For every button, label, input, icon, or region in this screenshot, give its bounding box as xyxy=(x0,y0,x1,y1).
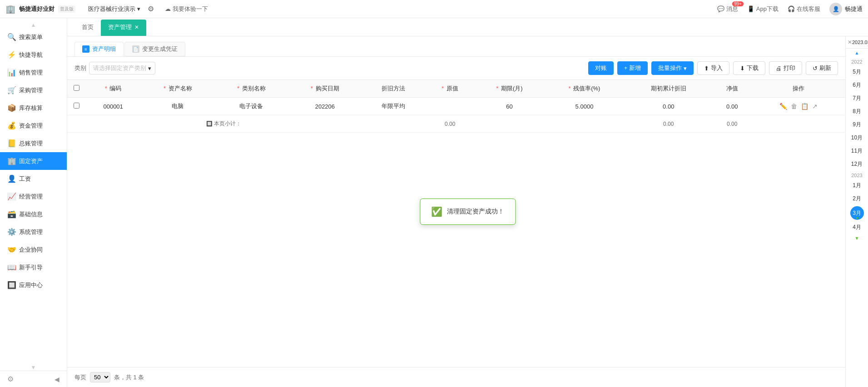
search-icon: 🔍 xyxy=(7,33,15,41)
sidebar-scroll-down[interactable]: ▼ xyxy=(0,364,67,371)
calendar-year-label: 2023.03 xyxy=(852,40,868,45)
total-label: 条，共 1 条 xyxy=(114,373,144,382)
calendar-month-may[interactable]: 5月 xyxy=(846,65,868,79)
select-all-checkbox[interactable] xyxy=(74,85,79,91)
calendar-panel: ✕ 2023.03 ⤢ ▲ 2022 5月 6月 7月 8月 9月 10月 11… xyxy=(845,36,868,387)
calendar-nav-up[interactable]: ▲ xyxy=(846,49,868,57)
print-label: 打印 xyxy=(784,64,795,72)
sub-tab-change-voucher[interactable]: 📄 变更生成凭证 xyxy=(124,42,185,56)
sidebar-label-payroll: 工资 xyxy=(19,175,31,183)
more-icon[interactable]: ↗ xyxy=(812,103,818,110)
category-select[interactable]: 请选择固定资产类别 ▾ xyxy=(89,62,155,74)
sidebar-item-business[interactable]: 📈 经营管理 xyxy=(0,188,67,205)
message-button[interactable]: 💬 消息 99+ xyxy=(717,5,738,13)
user-profile[interactable]: 👤 畅捷通 xyxy=(829,3,863,15)
import-button[interactable]: ⬆ 导入 xyxy=(697,61,729,75)
calendar-month-apr[interactable]: 4月 xyxy=(846,221,868,234)
sidebar-settings-icon[interactable]: ⚙ xyxy=(7,375,14,383)
calendar-year-2023: 2023 xyxy=(846,171,868,179)
header-checkbox-cell xyxy=(67,80,85,98)
sidebar-item-capital[interactable]: 💰 资金管理 xyxy=(0,117,67,134)
batch-ops-label: 批量操作 xyxy=(658,64,682,72)
industry-selector[interactable]: 医疗器械行业演示 ▾ xyxy=(88,5,140,13)
change-voucher-icon: 📄 xyxy=(132,45,139,53)
subtotal-depreciation-method xyxy=(362,115,425,133)
new-button[interactable]: + 新增 xyxy=(617,61,648,75)
sidebar-label-sales: 销售管理 xyxy=(19,69,43,77)
sidebar-item-sales[interactable]: 📊 销售管理 xyxy=(0,64,67,81)
refresh-button[interactable]: ↺ 刷新 xyxy=(806,61,838,75)
header-net-value: 净值 xyxy=(713,80,752,98)
reconcile-button[interactable]: 对账 xyxy=(588,61,614,75)
delete-icon[interactable]: 🗑 xyxy=(791,103,797,110)
tab-close-icon[interactable]: ✕ xyxy=(134,24,139,30)
sidebar-label-capital: 资金管理 xyxy=(19,122,43,130)
calendar-month-aug[interactable]: 8月 xyxy=(846,105,868,118)
page-size-select[interactable]: 50 xyxy=(90,372,110,382)
download-label: 下载 xyxy=(747,64,759,72)
sidebar-item-purchase[interactable]: 🛒 采购管理 xyxy=(0,81,67,99)
fixed-assets-icon: 🏢 xyxy=(7,157,15,165)
copy-icon[interactable]: 📋 xyxy=(801,103,808,110)
sidebar-item-quick-nav[interactable]: ⚡ 快捷导航 xyxy=(0,46,67,64)
edit-icon[interactable]: ✏️ xyxy=(779,103,787,110)
header-left: 🏢 畅捷通好业财 普及版 医疗器械行业演示 ▾ ⚙ ☁ 我要体验一下 xyxy=(5,4,208,14)
experience-button[interactable]: ☁ 我要体验一下 xyxy=(165,5,208,13)
batch-chevron-icon: ▾ xyxy=(684,65,687,72)
success-icon: ✅ xyxy=(431,206,442,217)
calendar-close-icon[interactable]: ✕ xyxy=(848,39,852,45)
subtotal-accumulated: 0.00 xyxy=(625,115,713,133)
message-icon: 💬 xyxy=(717,5,724,12)
calendar-nav-down[interactable]: ▼ xyxy=(846,234,868,243)
row-residual-rate: 5.0000 xyxy=(544,98,625,115)
calendar-month-jun[interactable]: 6月 xyxy=(846,79,868,92)
sidebar-item-cooperation[interactable]: 🤝 企业协同 xyxy=(0,241,67,258)
sidebar-item-ledger[interactable]: 📒 总账管理 xyxy=(0,134,67,152)
sidebar-item-fixed-assets[interactable]: 🏢 固定资产 xyxy=(0,152,67,170)
sidebar-label-apps: 应用中心 xyxy=(19,281,43,289)
sidebar-item-search[interactable]: 🔍 搜索菜单 xyxy=(0,28,67,46)
sidebar-label-guide: 新手引导 xyxy=(19,263,43,272)
tab-home[interactable]: 首页 xyxy=(74,20,101,36)
batch-ops-button[interactable]: 批量操作 ▾ xyxy=(651,61,694,75)
industry-label: 医疗器械行业演示 xyxy=(88,5,135,13)
calendar-month-oct[interactable]: 10月 xyxy=(846,131,868,144)
sidebar-item-system[interactable]: ⚙️ 系统管理 xyxy=(0,223,67,241)
calendar-month-jan[interactable]: 1月 xyxy=(846,179,868,192)
print-button[interactable]: 🖨 打印 xyxy=(769,61,802,75)
sidebar-label-purchase: 采购管理 xyxy=(19,86,43,94)
refresh-icon: ↺ xyxy=(813,65,818,72)
chevron-down-icon: ▾ xyxy=(137,5,140,12)
tab-asset-mgmt[interactable]: 资产管理 ✕ xyxy=(101,20,146,36)
sidebar-item-payroll[interactable]: 👤 工资 xyxy=(0,170,67,188)
sidebar: ▲ 🔍 搜索菜单 ⚡ 快捷导航 📊 销售管理 🛒 采购管理 📦 库存核算 xyxy=(0,18,67,387)
row-checkbox[interactable] xyxy=(74,103,79,109)
tabs-bar: 首页 资产管理 ✕ xyxy=(67,18,868,36)
sidebar-item-basic[interactable]: 🗃️ 基础信息 xyxy=(0,205,67,223)
sidebar-scroll-up[interactable]: ▲ xyxy=(0,22,67,28)
app-download-button[interactable]: 📱 App下载 xyxy=(747,5,779,13)
calendar-month-sep[interactable]: 9月 xyxy=(846,118,868,131)
sidebar-item-inventory[interactable]: 📦 库存核算 xyxy=(0,99,67,117)
asset-detail-icon: ≡ xyxy=(82,45,89,53)
download-button[interactable]: ⬇ 下载 xyxy=(733,61,765,75)
online-service-label: 在线客服 xyxy=(797,5,820,13)
system-icon: ⚙️ xyxy=(7,228,15,236)
calendar-month-feb[interactable]: 2月 xyxy=(846,192,868,205)
import-icon: ⬆ xyxy=(704,65,709,72)
calendar-month-mar[interactable]: 3月 xyxy=(850,206,864,220)
calendar-month-dec[interactable]: 12月 xyxy=(846,158,868,171)
sidebar-collapse-icon[interactable]: ◀ xyxy=(55,376,60,383)
action-icons: ✏️ 🗑 📋 ↗ xyxy=(755,103,842,110)
settings-icon[interactable]: ⚙ xyxy=(148,5,154,13)
sales-icon: 📊 xyxy=(7,68,15,77)
row-period-months: 60 xyxy=(475,98,544,115)
sidebar-item-apps[interactable]: 🔲 应用中心 xyxy=(0,276,67,294)
page-content: ≡ 资产明细 📄 变更生成凭证 类别 请选择固定资产类别 xyxy=(67,36,868,387)
print-icon: 🖨 xyxy=(776,65,782,72)
calendar-month-nov[interactable]: 11月 xyxy=(846,144,868,158)
sub-tab-asset-detail[interactable]: ≡ 资产明细 xyxy=(74,42,124,56)
online-service-button[interactable]: 🎧 在线客服 xyxy=(788,5,820,13)
calendar-month-jul[interactable]: 7月 xyxy=(846,92,868,105)
sidebar-item-guide[interactable]: 📖 新手引导 xyxy=(0,258,67,276)
